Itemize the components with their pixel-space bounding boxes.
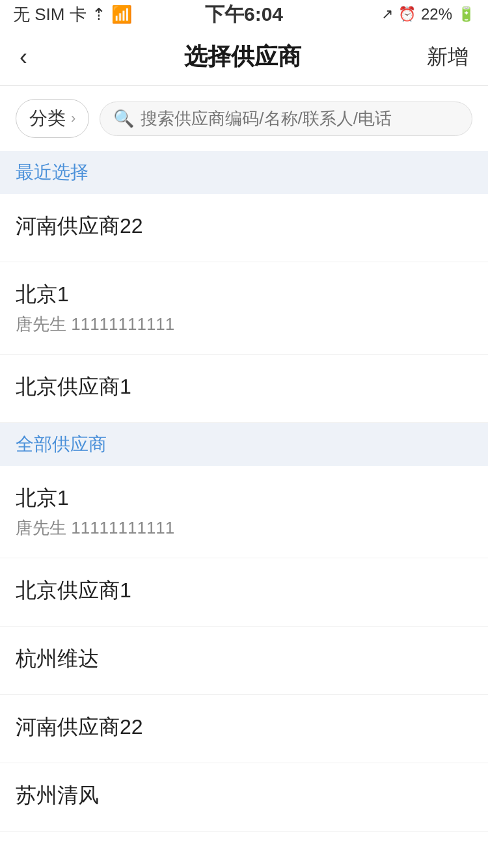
back-button[interactable]: ‹ <box>20 44 59 71</box>
battery-icon: 🔋 <box>457 6 475 23</box>
status-bar: 无 SIM 卡 ⇡ 📶 下午6:04 ↗ ⏰ 22% 🔋 <box>0 0 488 29</box>
search-input[interactable] <box>141 109 459 129</box>
nav-bar: ‹ 选择供应商 新增 <box>0 29 488 86</box>
list-item[interactable]: 杭州维达 <box>0 627 488 695</box>
item-name: 北京1 <box>16 280 472 309</box>
location-icon: ↗ <box>381 6 393 23</box>
list-item[interactable]: 北京供应商1 <box>0 355 488 423</box>
alarm-icon: ⏰ <box>398 6 416 23</box>
filter-bar: 分类 › 🔍 <box>0 86 488 151</box>
item-name: 河南供应商22 <box>16 713 472 742</box>
all-section-label: 全部供应商 <box>16 434 107 454</box>
chevron-right-icon: › <box>71 110 75 127</box>
item-detail: 唐先生 11111111111 <box>16 313 472 336</box>
list-item[interactable]: 河南供应商22 <box>0 695 488 763</box>
all-items-list: 北京1唐先生 11111111111北京供应商1杭州维达河南供应商22苏州清风 <box>0 466 488 832</box>
recent-section-header: 最近选择 <box>0 151 488 194</box>
item-name: 河南供应商22 <box>16 212 472 241</box>
wifi-icon: ⇡ <box>92 5 106 25</box>
search-icon: 🔍 <box>113 109 134 129</box>
list-item[interactable]: 河南供应商22 <box>0 194 488 262</box>
status-right: ↗ ⏰ 22% 🔋 <box>381 5 475 23</box>
item-name: 北京供应商1 <box>16 576 472 605</box>
all-section-header: 全部供应商 <box>0 423 488 466</box>
category-button[interactable]: 分类 › <box>16 99 89 138</box>
wifi-symbol: 📶 <box>111 5 132 25</box>
item-name: 杭州维达 <box>16 645 472 673</box>
item-name: 北京1 <box>16 484 472 513</box>
list-item[interactable]: 苏州清风 <box>0 763 488 832</box>
list-item[interactable]: 北京1唐先生 11111111111 <box>0 466 488 558</box>
status-left: 无 SIM 卡 ⇡ 📶 <box>13 3 132 26</box>
search-box[interactable]: 🔍 <box>100 102 472 136</box>
recent-items-list: 河南供应商22北京1唐先生 11111111111北京供应商1 <box>0 194 488 423</box>
no-sim-text: 无 SIM 卡 <box>13 3 87 26</box>
item-name: 北京供应商1 <box>16 373 472 401</box>
item-detail: 唐先生 11111111111 <box>16 517 472 539</box>
list-item[interactable]: 北京1唐先生 11111111111 <box>0 262 488 355</box>
recent-section-label: 最近选择 <box>16 162 88 182</box>
item-name: 苏州清风 <box>16 781 472 810</box>
category-label: 分类 <box>29 106 66 131</box>
list-item[interactable]: 北京供应商1 <box>0 558 488 627</box>
page-title: 选择供应商 <box>184 41 301 73</box>
battery-text: 22% <box>421 5 452 23</box>
add-button[interactable]: 新增 <box>427 43 468 72</box>
status-time: 下午6:04 <box>205 1 283 28</box>
